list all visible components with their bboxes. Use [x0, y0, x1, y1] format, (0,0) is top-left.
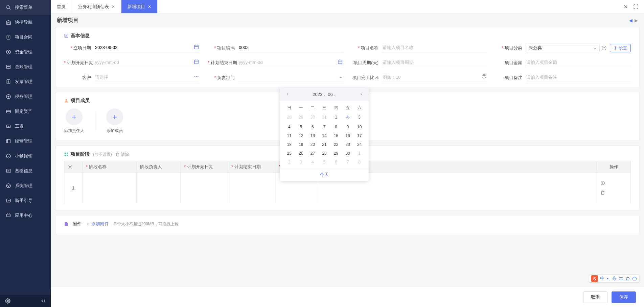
calendar-day[interactable]: 6: [330, 158, 342, 167]
calendar-day[interactable]: 5: [295, 123, 307, 131]
calendar-day[interactable]: 30: [307, 113, 319, 123]
calendar-day[interactable]: 13: [307, 131, 319, 140]
calendar-day[interactable]: 30: [342, 149, 354, 158]
calendar-day[interactable]: 18: [283, 140, 295, 149]
next-month-button[interactable]: [358, 92, 365, 97]
calendar-icon[interactable]: [194, 59, 199, 64]
calendar-day[interactable]: 今: [342, 113, 354, 123]
more-icon[interactable]: ···: [194, 74, 199, 79]
calendar-day[interactable]: 29: [330, 149, 342, 158]
prev-month-button[interactable]: [284, 92, 291, 97]
next-record-icon[interactable]: ▶: [635, 18, 638, 23]
delete-row-icon[interactable]: [600, 190, 627, 195]
add-attachment-button[interactable]: ＋ 添加附件: [86, 221, 109, 227]
sidebar-item-home[interactable]: 快捷导航: [0, 15, 51, 30]
calendar-day[interactable]: 6: [307, 123, 319, 131]
calendar-day[interactable]: 17: [353, 131, 365, 140]
plan-start-input[interactable]: [94, 58, 200, 67]
calendar-day[interactable]: 28: [283, 113, 295, 123]
calendar-day[interactable]: 4: [283, 123, 295, 131]
settings-icon[interactable]: [5, 298, 11, 304]
dept-input[interactable]: [238, 73, 343, 82]
calendar-day[interactable]: 3: [353, 113, 365, 123]
calendar-day[interactable]: 26: [295, 149, 307, 158]
category-select[interactable]: 未分类 ⌄: [526, 44, 600, 52]
collapse-sidebar-icon[interactable]: [40, 298, 46, 304]
calendar-day[interactable]: 1: [353, 149, 365, 158]
name-input[interactable]: [382, 44, 487, 52]
sidebar-item-tax[interactable]: 税务管理: [0, 89, 51, 104]
cancel-button[interactable]: 取消: [583, 291, 607, 303]
calendar-day[interactable]: 15: [330, 131, 342, 140]
sidebar-item-ledger[interactable]: 总账管理: [0, 59, 51, 74]
fullscreen-icon[interactable]: [633, 4, 639, 9]
calendar-day[interactable]: 29: [295, 113, 307, 123]
calendar-day[interactable]: 10: [353, 123, 365, 131]
remark-input[interactable]: [526, 73, 631, 82]
sidebar-item-system[interactable]: 系统管理: [0, 178, 51, 193]
calendar-day[interactable]: 8: [353, 158, 365, 167]
sidebar-item-search[interactable]: 搜索菜单: [0, 0, 51, 15]
col-settings[interactable]: [64, 161, 83, 173]
ime-mic-icon[interactable]: [612, 276, 617, 281]
calendar-day[interactable]: 31: [319, 113, 330, 123]
calendar-day[interactable]: 7: [319, 123, 330, 131]
sidebar-item-info[interactable]: 基础信息: [0, 163, 51, 178]
close-icon[interactable]: ✕: [112, 4, 115, 9]
plan-end-input[interactable]: [238, 58, 343, 67]
calendar-day[interactable]: 28: [319, 149, 330, 158]
tab[interactable]: 业务利润预估表✕: [72, 0, 121, 13]
sidebar-item-asset[interactable]: 固定资产: [0, 104, 51, 119]
calendar-day[interactable]: 25: [283, 149, 295, 158]
code-input[interactable]: [238, 44, 343, 52]
calendar-day[interactable]: 22: [330, 140, 342, 149]
amount-input[interactable]: [526, 58, 631, 67]
add-row-icon[interactable]: [600, 181, 627, 185]
calendar-day[interactable]: 11: [283, 131, 295, 140]
sidebar-item-reimburse[interactable]: 小畅报销: [0, 149, 51, 163]
ime-lang-icon[interactable]: 中: [600, 276, 605, 282]
cell-start[interactable]: [181, 173, 228, 203]
chevron-down-icon[interactable]: ⌄: [339, 74, 343, 79]
category-settings-button[interactable]: 设置: [610, 44, 631, 52]
sidebar-item-money[interactable]: 资金管理: [0, 45, 51, 59]
tab[interactable]: 首页: [51, 0, 72, 13]
calendar-day[interactable]: 19: [295, 140, 307, 149]
customer-input[interactable]: [94, 73, 200, 82]
save-button[interactable]: 保存: [612, 291, 636, 303]
sidebar-item-document[interactable]: 项目合同: [0, 30, 51, 45]
ime-skin-icon[interactable]: [625, 276, 630, 281]
prev-record-icon[interactable]: ◀: [629, 18, 632, 23]
date-input[interactable]: [94, 44, 200, 52]
calendar-day[interactable]: 7: [342, 158, 354, 167]
sidebar-item-manage[interactable]: 经营管理: [0, 134, 51, 149]
calendar-day[interactable]: 27: [307, 149, 319, 158]
calendar-day[interactable]: 8: [330, 123, 342, 131]
ime-punct-icon[interactable]: •,: [607, 276, 610, 281]
calendar-day[interactable]: 2: [283, 158, 295, 167]
help-icon[interactable]: [602, 46, 606, 50]
ime-toolbox-icon[interactable]: [632, 276, 637, 281]
cycle-input[interactable]: [382, 58, 487, 67]
calendar-day[interactable]: 16: [342, 131, 354, 140]
add-leader-button[interactable]: ＋: [66, 108, 83, 125]
clear-phases-button[interactable]: 清除: [115, 152, 129, 157]
month-select[interactable]: 06⌄: [328, 92, 336, 97]
help-icon[interactable]: [482, 74, 486, 79]
calendar-day[interactable]: 4: [307, 158, 319, 167]
completion-input[interactable]: [382, 73, 487, 82]
calendar-day[interactable]: 20: [307, 140, 319, 149]
sidebar-item-payroll[interactable]: 工资: [0, 119, 51, 134]
today-link[interactable]: 今天: [280, 168, 369, 181]
calendar-day[interactable]: 23: [342, 140, 354, 149]
calendar-day[interactable]: 14: [319, 131, 330, 140]
sidebar-item-invoice[interactable]: 发票管理: [0, 74, 51, 89]
sidebar-item-apps[interactable]: 应用中心: [0, 208, 51, 223]
cell-name[interactable]: [83, 173, 137, 203]
tab[interactable]: 新增项目✕: [121, 0, 158, 13]
close-icon[interactable]: ✕: [148, 4, 151, 9]
cell-end[interactable]: [228, 173, 275, 203]
calendar-day[interactable]: 1: [330, 113, 342, 123]
year-select[interactable]: 2023⌄: [313, 92, 326, 97]
close-page-icon[interactable]: [623, 4, 628, 9]
